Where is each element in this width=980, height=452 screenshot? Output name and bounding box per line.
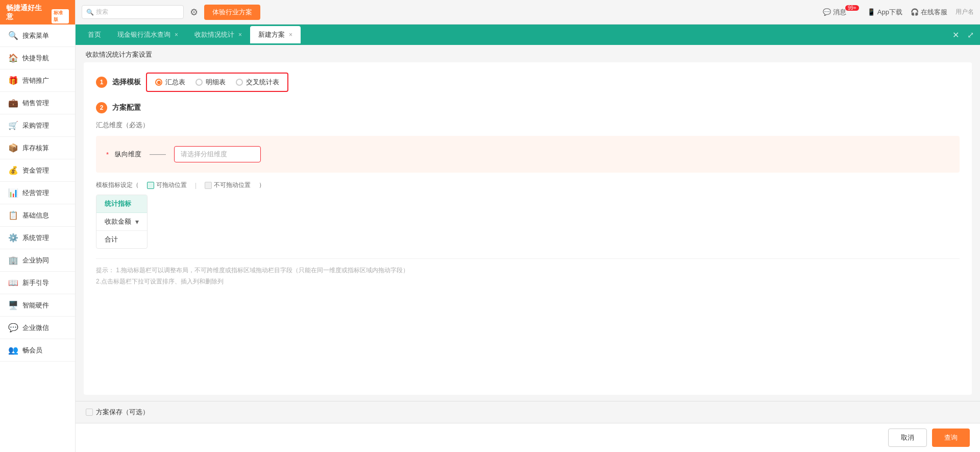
- metrics-legend: 模板指标设定（ 可拖动位置 | 不可拖动位置 ）: [96, 181, 960, 189]
- sidebar-item-marketing[interactable]: 🎁 营销推广: [0, 69, 75, 92]
- sidebar-item-label: 快捷导航: [22, 54, 49, 63]
- draggable-indicator: [147, 182, 154, 189]
- topbar-right: 💬 消息 99+ 📱 App下载 🎧 在线客服 用户名: [823, 8, 974, 17]
- member-icon: 👥: [8, 345, 18, 355]
- download-label: App下载: [877, 8, 902, 17]
- main-area: 🔍 搜索 ⚙ 体验行业方案 💬 消息 99+ 📱 App下载 🎧 在线客服 用户…: [76, 0, 980, 452]
- smart-hw-icon: 🖥️: [8, 300, 18, 310]
- radio-detail-circle: [195, 79, 203, 86]
- step1-badge: 1: [96, 77, 107, 88]
- metrics-row-amount[interactable]: 收款金额 ▾: [96, 213, 147, 230]
- sidebar-item-label: 企业协同: [22, 256, 49, 265]
- messages-btn[interactable]: 💬 消息 99+: [823, 8, 859, 17]
- sidebar-item-sales[interactable]: 💼 销售管理: [0, 92, 75, 114]
- sidebar-item-label: 新手引导: [22, 278, 49, 288]
- search-placeholder-text: 搜索: [96, 8, 108, 16]
- tab-collection-stats-close[interactable]: ×: [238, 31, 242, 38]
- operations-icon: 📊: [8, 188, 18, 198]
- support-label: 在线客服: [921, 8, 947, 17]
- metric-amount-label: 收款金额: [105, 217, 131, 226]
- tab-home-label: 首页: [88, 30, 101, 39]
- query-button[interactable]: 查询: [932, 429, 970, 447]
- dimension-box: * 纵向维度 —— 请选择分组维度: [96, 136, 960, 173]
- search-menu-icon: 🔍: [8, 31, 18, 40]
- radio-cross[interactable]: 交叉统计表: [236, 78, 279, 87]
- radio-cross-label: 交叉统计表: [246, 78, 279, 87]
- tab-new-plan-label: 新建方案: [258, 30, 285, 39]
- settings-icon[interactable]: ⚙: [190, 7, 198, 18]
- tips-section: 提示： 1.拖动标题栏可以调整布局，不可跨维度或指标区域拖动栏目字段（只能在同一…: [96, 258, 960, 293]
- sidebar-item-guide[interactable]: 📖 新手引导: [0, 272, 75, 294]
- tab-bank-flow-close[interactable]: ×: [175, 31, 178, 38]
- sidebar-item-member[interactable]: 👥 畅会员: [0, 339, 75, 362]
- dimension-select[interactable]: 请选择分组维度: [174, 146, 261, 162]
- metric-dropdown-icon[interactable]: ▾: [135, 218, 139, 226]
- save-checkbox[interactable]: [86, 409, 93, 416]
- enterprise-icon: 🏢: [8, 255, 18, 265]
- tip-line-2: 2.点击标题栏下拉可设置排序、插入列和删除列: [96, 276, 960, 288]
- message-icon: 💬: [823, 8, 831, 16]
- step2-section: 2 方案配置 汇总维度（必选） * 纵向维度 —— 请选择分组维度: [96, 102, 960, 293]
- save-label: 方案保存（可选）: [96, 408, 149, 417]
- dimension-placeholder: 请选择分组维度: [181, 150, 227, 158]
- sidebar-item-basic-info[interactable]: 📋 基础信息: [0, 204, 75, 227]
- download-icon: 📱: [867, 8, 875, 16]
- required-indicator: *: [106, 151, 109, 158]
- trial-button[interactable]: 体验行业方案: [204, 5, 260, 20]
- radio-detail[interactable]: 明细表: [195, 78, 226, 87]
- support-icon: 🎧: [911, 8, 919, 16]
- tab-home[interactable]: 首页: [80, 26, 109, 43]
- topbar-search[interactable]: 🔍 搜索: [82, 5, 184, 19]
- sidebar-item-quick-nav[interactable]: 🏠 快捷导航: [0, 47, 75, 69]
- capital-icon: 💰: [8, 165, 18, 175]
- messages-badge: 99+: [845, 5, 859, 11]
- tab-new-plan-close[interactable]: ×: [289, 31, 292, 38]
- step1-section: 1 选择模板 汇总表 明细表 交叉统计表: [96, 73, 960, 92]
- sidebar-item-enterprise[interactable]: 🏢 企业协同: [0, 249, 75, 272]
- purchase-icon: 🛒: [8, 121, 18, 130]
- radio-detail-label: 明细表: [206, 78, 226, 87]
- sidebar-item-label: 营销推广: [22, 76, 49, 85]
- sidebar-item-inventory[interactable]: 📦 库存核算: [0, 137, 75, 159]
- radio-summary[interactable]: 汇总表: [155, 78, 185, 87]
- quick-nav-icon: 🏠: [8, 53, 18, 63]
- sidebar-item-label: 搜索菜单: [22, 31, 49, 40]
- template-options: 汇总表 明细表 交叉统计表: [146, 73, 288, 92]
- tab-new-plan[interactable]: 新建方案 ×: [250, 26, 301, 43]
- tip-line-1: 提示： 1.拖动标题栏可以调整布局，不可跨维度或指标区域拖动栏目字段（只能在同一…: [96, 265, 960, 276]
- download-btn[interactable]: 📱 App下载: [867, 8, 902, 17]
- sidebar-item-smart-hw[interactable]: 🖥️ 智能硬件: [0, 294, 75, 317]
- legend-divider: |: [195, 182, 197, 189]
- radio-cross-circle: [236, 79, 243, 86]
- sidebar-item-operations[interactable]: 📊 经营管理: [0, 182, 75, 204]
- sidebar-item-capital[interactable]: 💰 资金管理: [0, 159, 75, 182]
- expand-btn[interactable]: ⤢: [965, 28, 976, 42]
- footer: 方案保存（可选）: [76, 401, 980, 423]
- sidebar-item-label: 企业微信: [22, 323, 49, 332]
- vertical-dimension-label: 纵向维度: [115, 150, 141, 159]
- tab-collection-stats[interactable]: 收款情况统计 ×: [186, 26, 250, 43]
- guide-icon: 📖: [8, 278, 18, 288]
- user-name: 用户名: [955, 8, 974, 16]
- dimension-label: 汇总维度（必选）: [96, 121, 960, 130]
- metrics-header-label: 统计指标: [105, 200, 131, 207]
- search-icon: 🔍: [86, 9, 94, 16]
- sidebar-item-system[interactable]: ⚙️ 系统管理: [0, 227, 75, 249]
- basic-info-icon: 📋: [8, 210, 18, 220]
- sidebar-item-label: 系统管理: [22, 233, 49, 243]
- sidebar-item-label: 畅会员: [22, 346, 42, 355]
- metrics-table-header: 统计指标: [96, 195, 147, 213]
- tab-bank-flow[interactable]: 现金银行流水查询 ×: [109, 26, 186, 43]
- support-btn[interactable]: 🎧 在线客服: [911, 8, 947, 17]
- wechat-icon: 💬: [8, 323, 18, 332]
- main-card: 1 选择模板 汇总表 明细表 交叉统计表: [84, 62, 972, 395]
- sidebar-item-purchase[interactable]: 🛒 采购管理: [0, 114, 75, 137]
- sidebar-item-label: 基础信息: [22, 211, 49, 220]
- sidebar-item-search-menu[interactable]: 🔍 搜索菜单: [0, 25, 75, 47]
- sales-icon: 💼: [8, 98, 18, 108]
- sidebar-item-wechat[interactable]: 💬 企业微信: [0, 317, 75, 339]
- close-all-tabs-btn[interactable]: ✕: [950, 28, 961, 42]
- metrics-table: 统计指标 收款金额 ▾ 合计: [96, 195, 148, 249]
- tabbar: 首页 现金银行流水查询 × 收款情况统计 × 新建方案 × ✕ ⤢: [76, 25, 980, 45]
- cancel-button[interactable]: 取消: [888, 429, 927, 447]
